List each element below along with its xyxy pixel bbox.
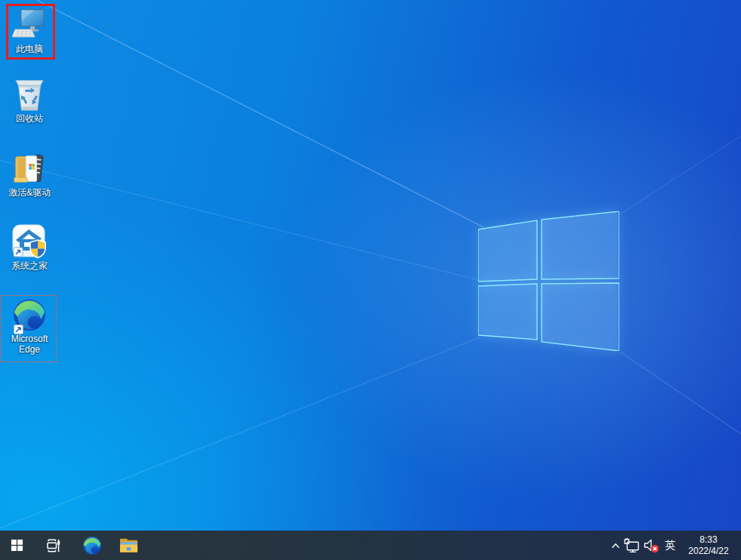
chevron-up-icon: [610, 540, 622, 552]
icon-label: 激活&驱动: [8, 187, 51, 198]
icon-label: 此电脑: [16, 44, 43, 54]
icon-label: 回收站: [16, 113, 43, 124]
clock-date: 2022/4/22: [679, 546, 738, 557]
tray-network[interactable]: [623, 531, 642, 560]
volume-muted-icon: [643, 537, 660, 554]
system-home-icon: [12, 224, 47, 259]
tray-clock[interactable]: 8:33 2022/4/22: [679, 534, 741, 557]
network-ethernet-icon: [624, 537, 641, 554]
shortcut-arrow-icon: [14, 325, 23, 334]
desktop-icon-system-home[interactable]: 系统之家: [2, 224, 57, 271]
file-explorer-icon: [119, 537, 138, 554]
tray-ime-indicator[interactable]: 英: [661, 531, 679, 560]
icon-label: 系统之家: [11, 260, 48, 271]
taskbar: 英 8:33 2022/4/22: [0, 531, 741, 560]
start-button[interactable]: [0, 531, 33, 560]
windows-start-icon: [11, 539, 23, 552]
taskbar-file-explorer-button[interactable]: [110, 531, 147, 560]
edge-taskbar-icon: [82, 536, 102, 555]
tray-volume[interactable]: [642, 531, 661, 560]
desktop-wallpaper: [0, 0, 741, 560]
windows-logo-wallpaper: [478, 211, 619, 351]
system-tray: 英 8:33 2022/4/22: [608, 531, 741, 560]
clock-time: 8:33: [679, 534, 738, 546]
desktop-icon-microsoft-edge[interactable]: Microsoft Edge: [2, 297, 57, 355]
tray-show-hidden-icons[interactable]: [608, 531, 623, 560]
desktop-icon-drivers-folder[interactable]: 激活&驱动: [2, 151, 57, 198]
desktop-icon-recycle-bin[interactable]: 回收站: [2, 77, 57, 124]
this-pc-icon: [12, 8, 47, 42]
windows-desktop: 此电脑 回收站: [0, 0, 741, 560]
taskbar-edge-button[interactable]: [74, 531, 110, 560]
task-view-button[interactable]: [35, 531, 71, 560]
task-view-icon: [44, 537, 62, 555]
icon-label: Microsoft Edge: [2, 334, 57, 355]
desktop-icon-this-pc[interactable]: 此电脑: [2, 8, 57, 54]
recycle-bin-icon: [12, 77, 47, 112]
shortcut-arrow-icon: [14, 248, 23, 257]
folder-icon: [12, 151, 47, 186]
